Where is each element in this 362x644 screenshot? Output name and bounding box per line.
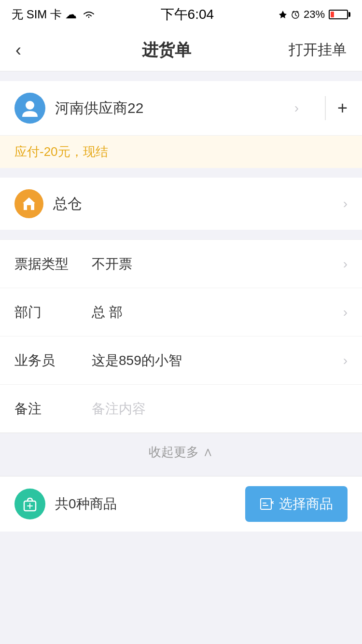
select-product-button[interactable]: 选择商品: [245, 486, 348, 522]
collapse-label: 收起更多 ∧: [149, 444, 213, 461]
svg-rect-2: [27, 205, 31, 210]
warehouse-row[interactable]: 总仓 ›: [0, 178, 362, 230]
sales-row[interactable]: 业务员 这是859的小智 ›: [0, 336, 362, 384]
notice-row: 应付-20元，现结: [0, 136, 362, 168]
remark-input[interactable]: 备注内容: [82, 400, 348, 418]
location-icon: [278, 10, 287, 19]
warehouse-name: 总仓: [53, 194, 343, 214]
supplier-chevron-icon: ›: [294, 100, 299, 116]
dept-label: 部门: [14, 303, 82, 322]
notice-text: 应付-20元，现结: [14, 144, 108, 159]
status-time: 下午6:04: [161, 5, 214, 24]
svg-rect-4: [261, 499, 271, 509]
top-divider: [0, 71, 362, 81]
remark-row[interactable]: 备注 备注内容: [0, 384, 362, 433]
warehouse-icon: [14, 189, 43, 218]
battery-percent: 23%: [304, 8, 325, 21]
wifi-icon: [82, 9, 96, 20]
warehouse-section[interactable]: 总仓 ›: [0, 178, 362, 230]
bag-icon: [21, 495, 39, 513]
supplier-row[interactable]: 河南供应商22 › +: [0, 81, 362, 136]
main-content: 河南供应商22 › + 应付-20元，现结 总仓 ›: [0, 71, 362, 644]
sales-chevron-icon: ›: [343, 353, 348, 368]
svg-point-1: [26, 101, 34, 110]
select-product-icon: [260, 497, 274, 511]
back-button[interactable]: ‹: [15, 40, 44, 60]
alarm-icon: [291, 10, 300, 19]
supplier-name: 河南供应商22: [55, 98, 294, 118]
dept-value: 总 部: [82, 303, 343, 322]
invoice-row[interactable]: 票据类型 不开票 ›: [0, 239, 362, 288]
open-pending-button[interactable]: 打开挂单: [289, 40, 347, 60]
product-icon: [14, 489, 45, 519]
invoice-label: 票据类型: [14, 255, 82, 273]
divider-4: [0, 471, 362, 476]
product-count: 共0种商品: [55, 495, 245, 513]
remark-label: 备注: [14, 400, 82, 418]
product-footer: 共0种商品 选择商品: [0, 476, 362, 532]
sales-label: 业务员: [14, 351, 82, 370]
house-icon: [21, 196, 37, 212]
divider-2: [0, 168, 362, 178]
invoice-value: 不开票: [82, 255, 343, 273]
warehouse-chevron-icon: ›: [343, 196, 348, 211]
supplier-avatar: [14, 93, 45, 124]
collapse-row[interactable]: 收起更多 ∧: [0, 433, 362, 471]
select-product-label: 选择商品: [279, 495, 333, 513]
form-section: 票据类型 不开票 › 部门 总 部 › 业务员 这是859的小智 › 备注 备注…: [0, 239, 362, 433]
status-left: 无 SIM 卡 ☁: [12, 7, 96, 22]
status-bar: 无 SIM 卡 ☁ 下午6:04 23%: [0, 0, 362, 29]
page-title: 进货单: [142, 39, 191, 61]
add-supplier-button[interactable]: +: [337, 98, 348, 118]
sales-value: 这是859的小智: [82, 351, 343, 370]
supplier-divider: [325, 96, 326, 120]
status-right: 23%: [278, 8, 350, 21]
person-icon: [20, 98, 40, 118]
divider-3: [0, 230, 362, 239]
dept-chevron-icon: ›: [343, 305, 348, 320]
invoice-chevron-icon: ›: [343, 256, 348, 272]
battery-icon: [329, 10, 350, 19]
supplier-section: 河南供应商22 › + 应付-20元，现结: [0, 81, 362, 168]
dept-row[interactable]: 部门 总 部 ›: [0, 288, 362, 336]
sim-label: 无 SIM 卡 ☁: [12, 7, 77, 22]
nav-bar: ‹ 进货单 打开挂单: [0, 29, 362, 71]
